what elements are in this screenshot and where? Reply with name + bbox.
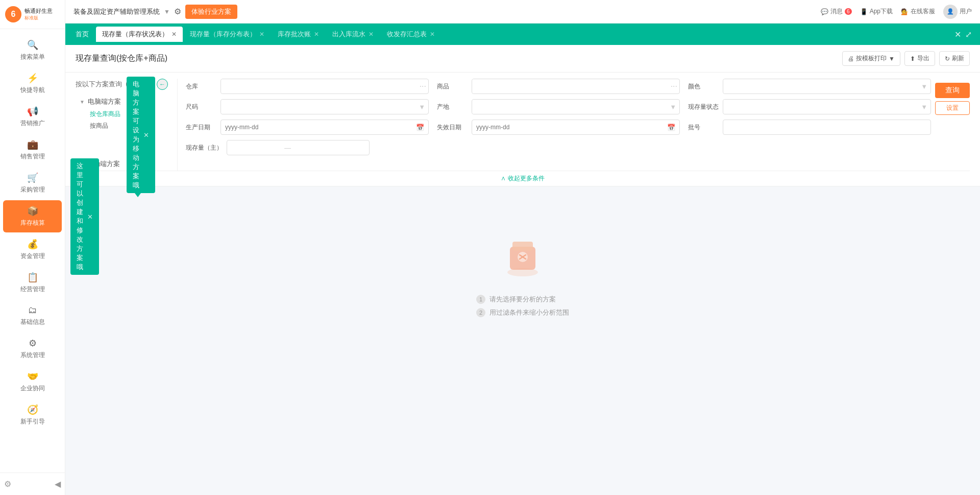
expire-date-calendar-icon[interactable]: 📅 [667, 124, 675, 131]
query-btn[interactable]: 查询 [935, 83, 970, 98]
message-label: 消息 [830, 7, 843, 16]
collapse-sidebar-icon[interactable]: ◀ [55, 479, 61, 489]
sub-item-label: 按商品 [90, 122, 108, 129]
tab-receipt-summary[interactable]: 收发存汇总表 ✕ [381, 27, 441, 42]
sidebar-nav: 🔍 搜索菜单 ⚡ 快捷导航 📢 营销推广 💼 销售管理 🛒 采购管理 📦 库存核… [0, 29, 65, 473]
size-input[interactable] [221, 100, 415, 114]
export-btn[interactable]: ⬆ 导出 [904, 51, 935, 66]
service-icon: 💁 [901, 8, 909, 15]
tooltip-text-1: 电脑方案可设为移动方案哦 [133, 80, 139, 190]
stock-status-label: 现存量状态 [688, 103, 719, 111]
inventory-icon: 📦 [27, 205, 38, 217]
settings-icon[interactable]: ⚙ [174, 7, 181, 16]
size-label: 尺码 [186, 103, 216, 111]
app-download-action[interactable]: 📱 App下载 [860, 7, 893, 16]
stock-status-input[interactable] [723, 100, 918, 114]
goods-input[interactable] [472, 79, 669, 93]
tab-inout-flow[interactable]: 出入库流水 ✕ [326, 27, 380, 42]
sidebar-item-purchase[interactable]: 🛒 采购管理 [3, 167, 62, 199]
tab-inventory-dist[interactable]: 现存量（库存分布表） ✕ [184, 27, 271, 42]
user-area[interactable]: 👤 用户 [943, 5, 972, 19]
tab-batch-account[interactable]: 库存批次账 ✕ [272, 27, 325, 42]
template-print-btn[interactable]: 🖨 按模板打印 ▼ [842, 51, 900, 66]
filter-field-warehouse: 仓库 ··· [186, 79, 429, 94]
tab-close-icon[interactable]: ✕ [430, 31, 435, 38]
filter-field-stock-status: 现存量状态 ▼ [688, 99, 931, 114]
sidebar-item-quick-nav[interactable]: ⚡ 快捷导航 [3, 67, 62, 100]
color-dropdown-icon[interactable]: ▼ [918, 83, 930, 90]
tab-home[interactable]: 首页 [69, 27, 95, 42]
filter-field-expire-date: 失效日期 📅 [437, 120, 680, 135]
message-action[interactable]: 💬 消息 6 [821, 7, 852, 16]
stock-range-sep: — [284, 144, 291, 152]
operation-icon: 📋 [27, 272, 38, 283]
produce-date-input[interactable] [225, 124, 414, 131]
produce-date-calendar-icon[interactable]: 📅 [416, 124, 424, 131]
step-label-2: 用过滤条件来缩小分析范围 [489, 306, 569, 319]
sidebar-item-inventory[interactable]: 📦 库存核算 [3, 200, 62, 232]
expire-date-input[interactable] [476, 124, 665, 131]
purchase-icon: 🛒 [27, 172, 38, 183]
logo-icon: 6 [5, 6, 21, 22]
sidebar-item-marketing[interactable]: 📢 营销推广 [3, 101, 62, 133]
stock-main-from-input[interactable] [231, 144, 282, 151]
system-name: 装备及固定资产辅助管理系统 [74, 7, 160, 16]
maximize-tab-icon[interactable]: ⤢ [965, 30, 972, 39]
online-service-action[interactable]: 💁 在线客服 [901, 7, 935, 16]
tab-close-icon[interactable]: ✕ [314, 31, 319, 38]
warehouse-dots[interactable]: ··· [418, 82, 428, 91]
tab-close-icon[interactable]: ✕ [172, 31, 177, 38]
batch-input[interactable] [723, 120, 931, 135]
message-badge: 6 [845, 8, 852, 15]
sidebar-item-search[interactable]: 🔍 搜索菜单 [3, 34, 62, 66]
reset-btn[interactable]: 设置 [935, 101, 970, 115]
settings-bottom-icon[interactable]: ⚙ [4, 479, 11, 489]
empty-steps: 1 请先选择要分析的方案 2 用过滤条件来缩小分析范围 [476, 293, 569, 319]
sidebar-item-guide[interactable]: 🧭 新手引导 [3, 399, 62, 431]
collapse-bar[interactable]: ∧ 收起更多条件 [76, 171, 970, 186]
industry-btn[interactable]: 体验行业方案 [185, 5, 237, 19]
sidebar-item-system[interactable]: ⚙ 系统管理 [3, 333, 62, 365]
system-icon: ⚙ [29, 338, 37, 349]
origin-label: 产地 [437, 103, 468, 111]
tooltip-text-2: 这里可以创建和修改方案哦 [77, 161, 83, 272]
logo-badge: 标准版 [24, 15, 53, 21]
sidebar-item-sales[interactable]: 💼 销售管理 [3, 134, 62, 166]
refresh-icon: ↻ [945, 55, 950, 62]
tab-label: 收发存汇总表 [387, 30, 427, 39]
tooltip-close-1[interactable]: ✕ [143, 131, 149, 139]
sidebar-item-operation[interactable]: 📋 经营管理 [3, 267, 62, 299]
sidebar-item-label: 经营管理 [20, 285, 45, 294]
step-num-1: 1 [476, 295, 485, 304]
warehouse-input[interactable] [221, 79, 418, 93]
system-dropdown-icon[interactable]: ▼ [164, 8, 170, 15]
color-label: 颜色 [688, 82, 719, 91]
tab-close-icon[interactable]: ✕ [369, 31, 374, 38]
finance-icon: 💰 [27, 239, 38, 250]
sidebar: 6 畅通好生意 标准版 🔍 搜索菜单 ⚡ 快捷导航 📢 营销推广 💼 销售管理 … [0, 0, 65, 495]
online-service-label: 在线客服 [911, 7, 935, 16]
stock-main-to-input[interactable] [293, 144, 344, 151]
tooltip-popup-1: 电脑方案可设为移动方案哦 ✕ [127, 77, 155, 193]
close-tab-icon[interactable]: ✕ [954, 30, 961, 39]
tab-close-icon[interactable]: ✕ [259, 31, 264, 38]
filter-row-3: 生产日期 📅 失效日期 [186, 120, 931, 135]
stock-status-dropdown-icon[interactable]: ▼ [918, 103, 930, 111]
size-dropdown-icon[interactable]: ▼ [415, 103, 428, 111]
dropdown-icon[interactable]: ▼ [889, 55, 895, 62]
color-input[interactable] [723, 79, 918, 93]
filter-left-btn[interactable]: ← [157, 79, 168, 90]
warehouse-label: 仓库 [186, 82, 216, 91]
tab-inventory-status[interactable]: 现存量（库存状况表） ✕ [96, 27, 183, 42]
tooltip-close-2[interactable]: ✕ [87, 213, 93, 221]
origin-dropdown-icon[interactable]: ▼ [667, 103, 679, 111]
goods-dots[interactable]: ··· [669, 82, 679, 91]
sidebar-item-enterprise[interactable]: 🤝 企业协同 [3, 366, 62, 398]
origin-input[interactable] [472, 100, 667, 114]
refresh-btn[interactable]: ↻ 刷新 [939, 51, 970, 66]
sidebar-item-finance[interactable]: 💰 资金管理 [3, 233, 62, 266]
filter-field-batch: 批号 [688, 120, 931, 135]
filter-actions-col: 查询 设置 [935, 79, 970, 119]
sidebar-item-basic[interactable]: 🗂 基础信息 [3, 300, 62, 332]
sales-icon: 💼 [27, 139, 38, 150]
